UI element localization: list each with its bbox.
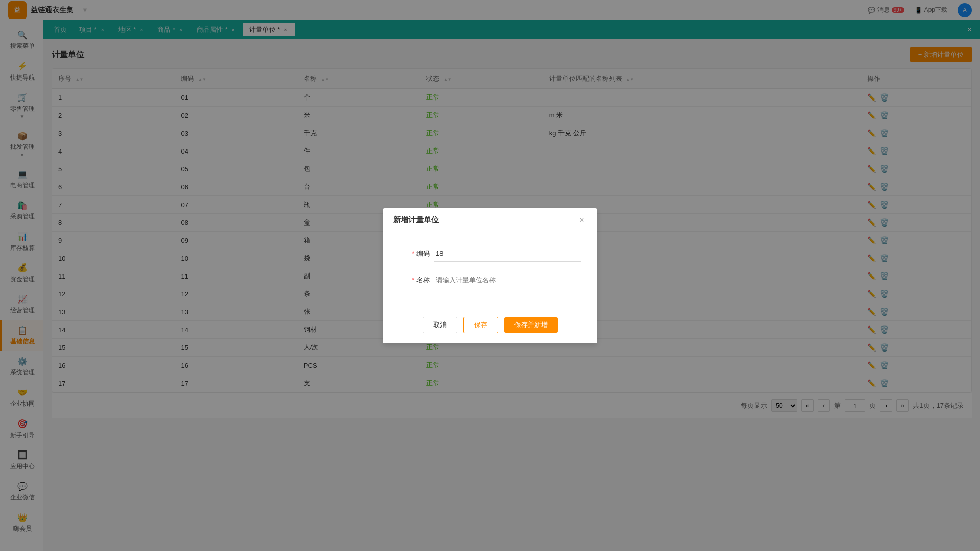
save-button[interactable]: 保存 — [463, 317, 498, 333]
cancel-button[interactable]: 取消 — [423, 317, 457, 333]
modal-title: 新增计量单位 — [393, 215, 439, 225]
code-label: 编码 — [399, 249, 430, 258]
code-input[interactable] — [434, 245, 581, 262]
modal-footer: 取消 保存 保存并新增 — [383, 311, 597, 343]
modal-close-btn[interactable]: × — [577, 215, 587, 226]
modal-body: 编码 名称 — [383, 233, 597, 311]
name-label: 名称 — [399, 276, 430, 285]
form-row-code: 编码 — [399, 245, 581, 262]
modal-overlay[interactable]: 新增计量单位 × 编码 名称 取消 保存 保存并新增 — [0, 0, 980, 551]
name-input[interactable] — [434, 272, 581, 288]
save-new-button[interactable]: 保存并新增 — [504, 317, 558, 333]
modal-header: 新增计量单位 × — [383, 208, 597, 233]
form-row-name: 名称 — [399, 272, 581, 288]
add-unit-modal: 新增计量单位 × 编码 名称 取消 保存 保存并新增 — [383, 208, 597, 343]
